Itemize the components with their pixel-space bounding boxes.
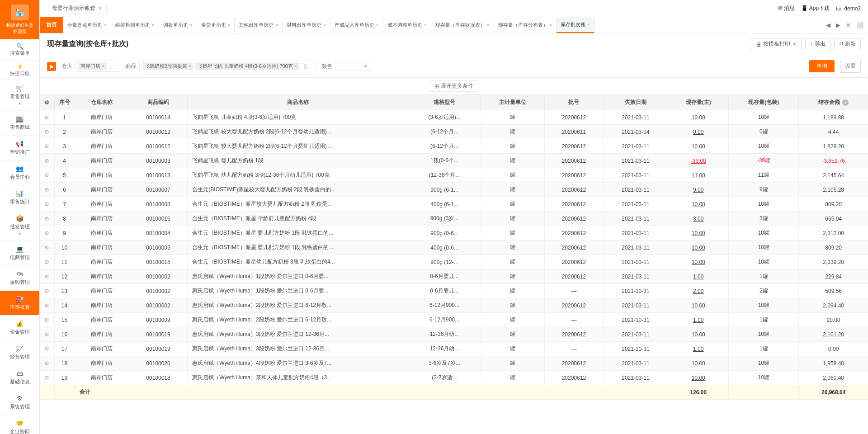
query-button[interactable]: 查询: [809, 60, 835, 72]
sidebar-item-wholesale[interactable]: 📦 批发管理 ▼: [0, 210, 39, 241]
row-setting[interactable]: ⚙: [40, 110, 54, 125]
tab-product-in[interactable]: 产成品入库单历史 ×: [330, 17, 383, 33]
tab-material-out[interactable]: 材料出库单历史 ×: [283, 17, 330, 33]
tab-close-cost-adjust[interactable]: ×: [424, 23, 427, 28]
row-qty-main[interactable]: 1.00: [668, 313, 729, 327]
sidebar-item-base-info[interactable]: 🗃 基础信息: [0, 365, 39, 390]
tabs-next-icon[interactable]: ▶: [834, 21, 842, 29]
row-setting[interactable]: ⚙: [40, 356, 54, 371]
tabs-maximize-icon[interactable]: ⬜: [854, 21, 865, 29]
sidebar-item-ecommerce[interactable]: 💻 电商管理: [0, 241, 39, 266]
row-qty-main[interactable]: 9.00: [668, 183, 729, 197]
row-qty-main[interactable]: 1.00: [668, 269, 729, 284]
row-qty-main[interactable]: 10.00: [668, 241, 729, 255]
tab-requisition[interactable]: 要货单历史 ×: [197, 17, 235, 33]
template-print-button[interactable]: 🖨 按模板打印 ▼: [751, 38, 802, 50]
industry-selector[interactable]: 母婴行业演示账套 ▼: [48, 3, 107, 14]
tab-close-requisition[interactable]: ×: [228, 23, 231, 28]
row-setting[interactable]: ⚙: [40, 154, 54, 168]
sidebar-item-purchase[interactable]: 🛍 采购管理: [0, 266, 39, 291]
row-qty-main[interactable]: 0.00: [668, 125, 729, 139]
row-qty-main[interactable]: 10.00: [668, 110, 729, 125]
sidebar-item-inventory[interactable]: 🏭 库存核算: [0, 291, 39, 316]
tab-close-split[interactable]: ×: [104, 23, 107, 28]
sidebar-search[interactable]: 🔍 搜索菜单: [0, 39, 39, 61]
product-more-icon[interactable]: 飞…: [301, 62, 313, 71]
row-setting[interactable]: ⚙: [40, 327, 54, 342]
tab-close-other-out[interactable]: ×: [275, 23, 278, 28]
tabs-close-icon[interactable]: ✕: [844, 21, 853, 29]
tab-close-product-in[interactable]: ×: [376, 23, 379, 28]
user-profile[interactable]: Ea demo2: [836, 5, 861, 12]
row-setting[interactable]: ⚙: [40, 139, 54, 154]
sidebar-item-finance[interactable]: 💰 资金管理: [0, 316, 39, 340]
warehouse-more-icon[interactable]: …: [108, 63, 114, 70]
warehouse-tag-close[interactable]: ×: [102, 64, 104, 69]
tab-current-qty-status[interactable]: 现存量（库存状况表） ×: [431, 17, 494, 33]
tab-home[interactable]: 首页: [40, 17, 63, 33]
row-setting[interactable]: ⚙: [40, 212, 54, 226]
sidebar-item-retail-mall[interactable]: 🏬 零售商城: [0, 111, 39, 136]
row-setting[interactable]: ⚙: [40, 125, 54, 139]
warehouse-filter-input[interactable]: 南岸门店 × …: [75, 61, 120, 72]
row-qty-main[interactable]: 10.00: [668, 327, 729, 342]
tab-other-out[interactable]: 其他出库单历史 ×: [235, 17, 283, 33]
balance-info-icon[interactable]: i: [842, 99, 849, 106]
row-qty-main[interactable]: 1.00: [668, 342, 729, 356]
row-setting[interactable]: ⚙: [40, 371, 54, 385]
sidebar-item-marketing[interactable]: 📢 营销推广: [0, 136, 39, 160]
col-setting[interactable]: ⚙: [40, 95, 54, 110]
color-filter-input[interactable]: ▼: [335, 62, 371, 71]
row-setting[interactable]: ⚙: [40, 342, 54, 356]
row-qty-main[interactable]: 10.00: [668, 356, 729, 371]
row-qty-main[interactable]: 2.00: [668, 284, 729, 298]
row-setting[interactable]: ⚙: [40, 226, 54, 241]
tab-close-batch-voucher[interactable]: ×: [587, 22, 590, 27]
row-setting[interactable]: ⚙: [40, 255, 54, 269]
sidebar-item-member[interactable]: 👥 会员中心: [0, 160, 39, 185]
row-qty-main[interactable]: -39.00: [668, 154, 729, 168]
product-filter-input[interactable]: 飞鹤奶粉3段两提装 × 飞鹤星飞帆 儿童奶粉 4段(3-6岁适用) 700克 ×…: [139, 61, 316, 72]
tab-current-qty-dist[interactable]: 现存量（库存分布表） ×: [494, 17, 557, 33]
tab-split-count[interactable]: 分量盘点单历史 ×: [63, 17, 111, 33]
row-qty-main[interactable]: 10.00: [668, 226, 729, 241]
row-setting[interactable]: ⚙: [40, 269, 54, 284]
tab-mix[interactable]: 调拨单历史 ×: [159, 17, 197, 33]
export-button[interactable]: ↓ 导出: [805, 38, 830, 50]
row-setting[interactable]: ⚙: [40, 183, 54, 197]
sidebar-item-retail-stats[interactable]: 📊 零售统计: [0, 185, 39, 210]
row-setting[interactable]: ⚙: [40, 168, 54, 183]
tab-close-current-qty-dist[interactable]: ×: [550, 23, 552, 28]
tab-close-disassemble[interactable]: ×: [152, 23, 155, 28]
row-setting[interactable]: ⚙: [40, 197, 54, 212]
expand-more-button[interactable]: ⊞ 展开更多条件: [429, 80, 479, 92]
filter-expand-arrow[interactable]: ▶: [47, 62, 56, 71]
row-qty-main[interactable]: 11.00: [668, 168, 729, 183]
app-download-action[interactable]: 📱 App下载: [801, 5, 830, 12]
sidebar-item-system[interactable]: ⚙ 系统管理: [0, 390, 39, 415]
tab-disassemble[interactable]: 组装拆卸单历史 ×: [111, 17, 159, 33]
row-setting[interactable]: ⚙: [40, 284, 54, 298]
tabs-prev-icon[interactable]: ◀: [824, 21, 832, 29]
tab-close-mix[interactable]: ×: [190, 23, 193, 28]
tab-cost-adjust[interactable]: 成本调整单历史 ×: [383, 17, 431, 33]
sidebar-item-business-mgmt[interactable]: 📈 经营管理: [0, 340, 39, 365]
tab-close-material-out[interactable]: ×: [323, 23, 326, 28]
sidebar-item-retail[interactable]: 🛒 零售管理 ▼: [0, 80, 39, 111]
row-qty-main[interactable]: 10.00: [668, 255, 729, 269]
row-qty-main[interactable]: 10.00: [668, 197, 729, 212]
settings-button[interactable]: 设置: [840, 60, 861, 73]
messages-action[interactable]: ✉ 消息: [778, 5, 795, 12]
row-qty-main[interactable]: 10.00: [668, 139, 729, 154]
row-qty-main[interactable]: 3.00: [668, 212, 729, 226]
sidebar-item-enterprise[interactable]: 🤝 企业协同: [0, 415, 39, 434]
product-tag-1-close[interactable]: ×: [189, 64, 191, 69]
product-tag-2-close[interactable]: ×: [294, 64, 297, 69]
tab-batch-voucher[interactable]: 库存批次账 ×: [557, 17, 594, 33]
sidebar-shortcut[interactable]: ⚡ 快捷导航: [0, 61, 39, 80]
row-setting[interactable]: ⚙: [40, 313, 54, 327]
row-setting[interactable]: ⚙: [40, 241, 54, 255]
tab-close-current-qty-status[interactable]: ×: [487, 23, 490, 28]
row-qty-main[interactable]: 10.00: [668, 371, 729, 385]
refresh-button[interactable]: ↺ 刷新: [834, 38, 861, 50]
